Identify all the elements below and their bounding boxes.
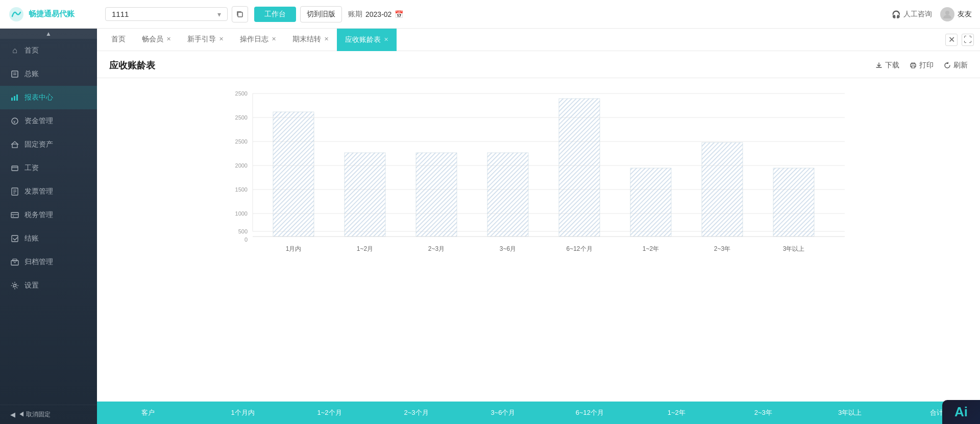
refresh-button[interactable]: 刷新 [944, 61, 968, 70]
sidebar-item-label: 报表中心 [24, 93, 53, 102]
tabs-actions: ✕ ⛶ [945, 34, 974, 46]
sidebar-item-label: 设置 [24, 281, 39, 290]
tab-close-icon[interactable]: ✕ [324, 36, 329, 42]
chevron-down-icon: ▾ [217, 10, 221, 18]
ledger-icon [10, 69, 19, 79]
sidebar-item-label: 首页 [24, 46, 39, 55]
tab-label: 新手引导 [187, 35, 216, 44]
svg-text:6~12个月: 6~12个月 [566, 245, 592, 252]
tab-close-icon[interactable]: ✕ [384, 36, 388, 43]
expand-button[interactable]: ⛶ [962, 34, 974, 46]
ai-badge: Ai [942, 400, 980, 424]
logo-icon [8, 6, 24, 22]
svg-text:¥: ¥ [13, 120, 16, 124]
period-label: 账期 [348, 10, 362, 19]
sidebar-item-label: 固定资产 [24, 140, 53, 149]
workbench-button[interactable]: 工作台 [254, 7, 296, 22]
sidebar-item-assets[interactable]: 固定资产 [0, 133, 97, 156]
tab-close-icon[interactable]: ✕ [219, 36, 224, 42]
tab-close-icon[interactable]: ✕ [166, 36, 171, 42]
sidebar-item-closing[interactable]: 结账 [0, 227, 97, 250]
sidebar-item-ledger[interactable]: 总账 [0, 62, 97, 86]
logo-area: 畅捷通易代账 [8, 6, 105, 22]
company-selector[interactable]: 1111 ▾ [105, 7, 228, 21]
sidebar-item-payroll[interactable]: 工资 [0, 156, 97, 180]
svg-text:2000: 2000 [235, 162, 248, 169]
tab-oplog[interactable]: 操作日志 ✕ [232, 29, 284, 51]
sidebar-item-funds[interactable]: ¥ 资金管理 [0, 109, 97, 133]
sidebar-item-reports[interactable]: 报表中心 [0, 86, 97, 109]
sidebar-toggle-pin[interactable]: ◀ ◀ 取消固定 [0, 405, 97, 424]
tab-closing[interactable]: 期末结转 ✕ [284, 29, 337, 51]
print-icon [910, 62, 917, 69]
tab-member[interactable]: 畅会员 ✕ [134, 29, 179, 51]
svg-point-2 [945, 11, 949, 15]
archive-icon [10, 257, 19, 267]
svg-text:2500: 2500 [235, 114, 248, 121]
refresh-icon [944, 62, 951, 69]
svg-text:2~3年: 2~3年 [714, 245, 730, 252]
svg-rect-3 [12, 71, 18, 77]
copy-button[interactable] [232, 6, 248, 22]
tab-home[interactable]: 首页 [103, 29, 134, 51]
bar-3年以上 [773, 168, 814, 237]
logo-text: 畅捷通易代账 [29, 9, 75, 19]
page-title: 应收账龄表 [109, 59, 155, 72]
switch-old-button[interactable]: 切到旧版 [300, 6, 342, 22]
download-label: 下载 [885, 61, 899, 70]
svg-text:1~2月: 1~2月 [357, 245, 373, 252]
download-button[interactable]: 下载 [875, 61, 899, 70]
close-all-tabs-button[interactable]: ✕ [945, 34, 958, 46]
period-value: 2023-02 [365, 10, 391, 18]
svg-text:2~3月: 2~3月 [428, 245, 445, 252]
sidebar-item-archive[interactable]: 归档管理 [0, 250, 97, 274]
svg-rect-11 [12, 144, 17, 148]
svg-point-20 [13, 216, 14, 217]
sidebar-item-settings[interactable]: 设置 [0, 274, 97, 297]
sidebar-item-label: 总账 [24, 69, 39, 79]
top-header: 畅捷通易代账 1111 ▾ 工作台 切到旧版 账期 2023-02 📅 🎧 人工… [0, 0, 980, 29]
home-icon: ⌂ [10, 46, 19, 55]
svg-rect-1 [238, 12, 242, 17]
svg-rect-21 [12, 235, 18, 242]
svg-text:3年以上: 3年以上 [783, 245, 805, 252]
svg-text:1~2年: 1~2年 [643, 245, 659, 252]
svg-text:2500: 2500 [235, 138, 248, 145]
tab-guide[interactable]: 新手引导 ✕ [179, 29, 232, 51]
print-button[interactable]: 打印 [910, 61, 934, 70]
sidebar-item-tax[interactable]: 税务管理 [0, 203, 97, 227]
consultant-button[interactable]: 🎧 人工咨询 [892, 10, 932, 19]
bar-1-2年 [630, 168, 671, 237]
tab-ar-aging[interactable]: 应收账龄表 ✕ [337, 29, 397, 51]
svg-rect-27 [912, 66, 915, 68]
sidebar-item-label: 发票管理 [24, 187, 53, 196]
bar-2-3年 [702, 143, 743, 237]
sidebar-item-home[interactable]: ⌂ 首页 [0, 39, 97, 62]
sidebar-item-label: 税务管理 [24, 210, 53, 220]
funds-icon: ¥ [10, 116, 19, 126]
tabs-bar: 首页 畅会员 ✕ 新手引导 ✕ 操作日志 ✕ 期末结转 ✕ 应收账龄表 ✕ [97, 29, 980, 51]
calendar-icon[interactable]: 📅 [395, 10, 403, 18]
col-1-2y: 1~2年 [633, 408, 720, 417]
chart-container: 2500 2500 2500 2000 1500 1000 500 0 [97, 78, 980, 402]
refresh-label: 刷新 [953, 61, 968, 70]
bar-6-12月 [559, 99, 600, 237]
tab-close-icon[interactable]: ✕ [272, 36, 276, 42]
sidebar-item-label: 资金管理 [24, 116, 53, 126]
svg-rect-8 [16, 95, 18, 101]
header-right: 🎧 人工咨询 友友 [892, 7, 972, 21]
sidebar-item-label: 工资 [24, 163, 39, 173]
svg-text:1月内: 1月内 [286, 245, 302, 252]
page-header: 应收账龄表 下载 [97, 51, 980, 78]
avatar [940, 7, 954, 21]
sidebar-item-invoice[interactable]: 发票管理 [0, 180, 97, 203]
tab-label: 首页 [111, 35, 126, 44]
svg-rect-12 [12, 166, 18, 171]
user-area[interactable]: 友友 [940, 7, 972, 21]
svg-text:500: 500 [238, 228, 248, 234]
tab-label: 操作日志 [240, 35, 268, 44]
unpin-icon: ◀ [10, 411, 15, 418]
svg-rect-6 [11, 98, 13, 101]
col-1-2m: 1~2个月 [286, 408, 373, 417]
sidebar-scroll-up[interactable]: ▲ [0, 29, 97, 39]
